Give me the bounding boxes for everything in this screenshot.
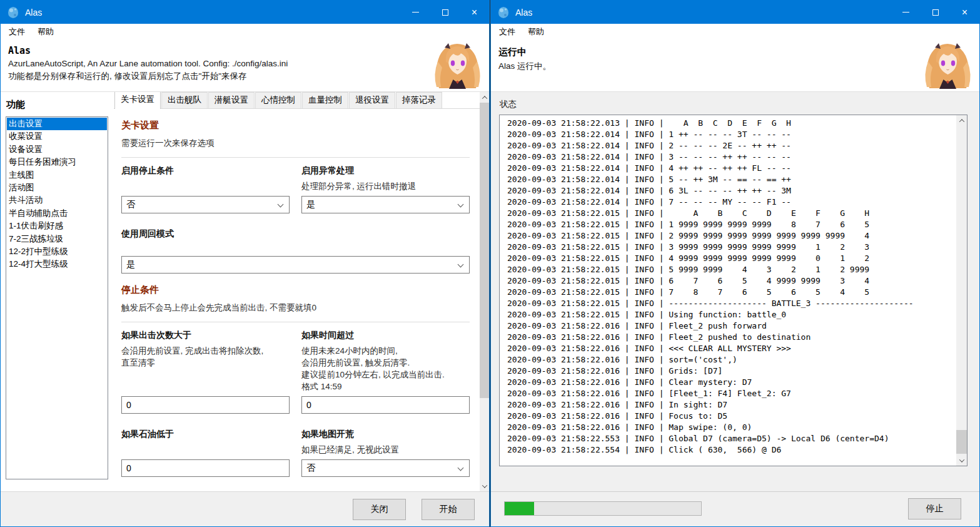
- function-list-item[interactable]: 12-2打中型练级: [7, 245, 107, 258]
- log-line: 2020-09-03 21:58:22.014 | INFO | 2 -- --…: [507, 140, 956, 151]
- minimize-button[interactable]: [401, 1, 430, 24]
- function-list-item[interactable]: 活动图: [7, 182, 107, 194]
- field-label: 使用周回模式: [121, 228, 470, 240]
- function-list-item[interactable]: 出击设置: [7, 118, 107, 130]
- divider: [121, 322, 470, 322]
- settings-tab[interactable]: 心情控制: [255, 92, 301, 108]
- alas-logo-icon: [497, 6, 510, 19]
- loop-mode-select[interactable]: 是: [121, 256, 470, 274]
- if-map-clear-select[interactable]: 否: [301, 459, 470, 477]
- settings-tab[interactable]: 关卡设置: [114, 91, 161, 109]
- log-line: 2020-09-03 21:58:22.016 | INFO | Focus t…: [507, 411, 956, 422]
- maximize-button[interactable]: [921, 1, 950, 24]
- if-time-input[interactable]: [301, 396, 470, 414]
- scrollbar-thumb[interactable]: [956, 430, 967, 454]
- log-line: 2020-09-03 21:58:22.016 | INFO | Map swi…: [507, 422, 956, 433]
- menu-item[interactable]: 文件: [499, 24, 521, 39]
- log-line: 2020-09-03 21:58:22.015 | INFO | 7 8 7 6…: [507, 287, 956, 298]
- log-line: 2020-09-03 21:58:22.015 | INFO | -------…: [507, 298, 956, 309]
- if-count-input[interactable]: [121, 396, 290, 414]
- menu-item[interactable]: 帮助: [38, 24, 59, 39]
- select-value: 是: [126, 259, 135, 270]
- avatar: [922, 42, 974, 89]
- start-button[interactable]: 开始: [422, 499, 475, 520]
- log-line: 2020-09-03 21:58:22.016 | INFO | Fleet_2…: [507, 320, 956, 332]
- titlebar: Alas ×: [491, 1, 979, 24]
- alas-logo-icon: [6, 6, 20, 19]
- log-box[interactable]: 2020-09-03 21:58:22.013 | INFO | A B C D…: [499, 115, 967, 466]
- settings-tab[interactable]: 血量控制: [302, 92, 348, 108]
- function-list-item[interactable]: 7-2三战拣垃圾: [7, 233, 107, 245]
- field-if-count: 如果出击次数大于 会沿用先前设置, 完成出击将扣除次数, 直至清零: [121, 324, 290, 414]
- settings-tab[interactable]: 退役设置: [349, 92, 395, 108]
- app-description: AzurLaneAutoScript, An Azur Lane automat…: [8, 59, 489, 68]
- settings-scrollbar[interactable]: [480, 92, 489, 491]
- app-note: 功能都是分别保存和运行的, 修改设置后别忘了点击"开始"来保存: [8, 71, 489, 82]
- field-help: 如果已经满足, 无视此设置: [301, 444, 470, 456]
- function-list-item[interactable]: 设备设置: [7, 143, 107, 156]
- log-line: 2020-09-03 21:58:22.015 | INFO | 2 9999 …: [507, 230, 956, 242]
- select-value: 否: [306, 463, 315, 474]
- minimize-icon: [902, 12, 909, 13]
- scrollbar-down-icon[interactable]: [480, 481, 489, 491]
- app-name: Alas: [8, 45, 489, 56]
- function-list-item[interactable]: 12-4打大型练级: [7, 258, 107, 270]
- function-sidebar: 功能 出击设置收菜设置设备设置每日任务困难演习主线图活动图共斗活动半自动辅助点击…: [1, 92, 114, 491]
- stop-button[interactable]: 停止: [908, 498, 961, 519]
- field-if-oil: 如果石油低于: [121, 422, 290, 477]
- settings-tab[interactable]: 掉落记录: [396, 92, 442, 108]
- section-help-stage: 需要运行一次来保存选项: [121, 138, 470, 149]
- progress-bar: [504, 501, 702, 516]
- maximize-button[interactable]: [430, 1, 460, 24]
- function-list-item[interactable]: 半自动辅助点击: [7, 207, 107, 220]
- function-list-item[interactable]: 收菜设置: [7, 130, 107, 143]
- runner-body: 状态 2020-09-03 21:58:22.013 | INFO | A B …: [491, 92, 979, 491]
- log-line: 2020-09-03 21:58:22.016 | INFO | sort=('…: [507, 354, 956, 366]
- log-line: 2020-09-03 21:58:22.016 | INFO | <<< CLE…: [507, 343, 956, 354]
- field-help: 处理部分异常, 运行出错时撤退: [301, 180, 470, 192]
- field-if-time: 如果时间超过 使用未来24小时内的时间, 会沿用先前设置, 触发后清零. 建议提…: [301, 324, 470, 414]
- field-label: 如果时间超过: [301, 330, 470, 341]
- window-title: Alas: [515, 8, 532, 18]
- scrollbar-down-icon[interactable]: [956, 455, 967, 466]
- menu-item[interactable]: 文件: [9, 24, 31, 39]
- enable-stop-condition-select[interactable]: 否: [121, 196, 290, 213]
- function-listbox[interactable]: 出击设置收菜设置设备设置每日任务困难演习主线图活动图共斗活动半自动辅助点击1-1…: [6, 116, 108, 479]
- chevron-down-icon: [278, 202, 284, 208]
- if-oil-input[interactable]: [121, 459, 290, 477]
- settings-tab[interactable]: 出击舰队: [161, 92, 208, 108]
- function-list-item[interactable]: 每日任务困难演习: [7, 156, 107, 168]
- field-loop-mode: 使用周回模式 是: [121, 222, 470, 274]
- close-button[interactable]: ×: [460, 1, 489, 24]
- settings-tabstrip: 关卡设置出击舰队潜艇设置心情控制血量控制退役设置掉落记录: [114, 92, 480, 109]
- log-lines: 2020-09-03 21:58:22.013 | INFO | A B C D…: [500, 115, 956, 466]
- log-line: 2020-09-03 21:58:22.016 | INFO | Grids: …: [507, 366, 956, 377]
- settings-footer: 关闭 开始: [1, 491, 489, 526]
- function-list-item[interactable]: 主线图: [7, 169, 107, 182]
- function-list-item[interactable]: 1-1伏击刷好感: [7, 220, 107, 232]
- runner-status-subtitle: Alas 运行中。: [498, 61, 979, 72]
- settings-window: Alas × 文件帮助 Alas AzurLaneAutoScript, An …: [0, 0, 490, 527]
- log-line: 2020-09-03 21:58:22.016 | INFO | Clear m…: [507, 377, 956, 388]
- log-line: 2020-09-03 21:58:22.015 | INFO | 4 9999 …: [507, 253, 956, 264]
- log-line: 2020-09-03 21:58:22.013 | INFO | A B C D…: [507, 118, 956, 129]
- scrollbar-up-icon[interactable]: [956, 115, 967, 126]
- scrollbar-up-icon[interactable]: [480, 92, 489, 103]
- window-title: Alas: [25, 8, 42, 18]
- minimize-button[interactable]: [891, 1, 921, 24]
- field-label: 如果地图开荒: [301, 429, 470, 440]
- field-label: 如果石油低于: [121, 429, 290, 440]
- menu-item[interactable]: 帮助: [528, 24, 550, 39]
- function-list-item[interactable]: 共斗活动: [7, 194, 107, 207]
- log-scrollbar[interactable]: [956, 115, 967, 466]
- log-line: 2020-09-03 21:58:22.015 | INFO | Using f…: [507, 309, 956, 320]
- divider: [121, 157, 470, 158]
- close-config-button[interactable]: 关闭: [353, 499, 406, 520]
- maximize-icon: [932, 9, 939, 16]
- settings-tab[interactable]: 潜艇设置: [208, 92, 255, 108]
- log-line: 2020-09-03 21:58:22.014 | INFO | 7 -- --…: [507, 197, 956, 208]
- enable-exception-select[interactable]: 是: [301, 196, 470, 213]
- minimize-icon: [412, 12, 419, 13]
- close-button[interactable]: ×: [950, 1, 979, 24]
- scrollbar-thumb[interactable]: [480, 103, 489, 398]
